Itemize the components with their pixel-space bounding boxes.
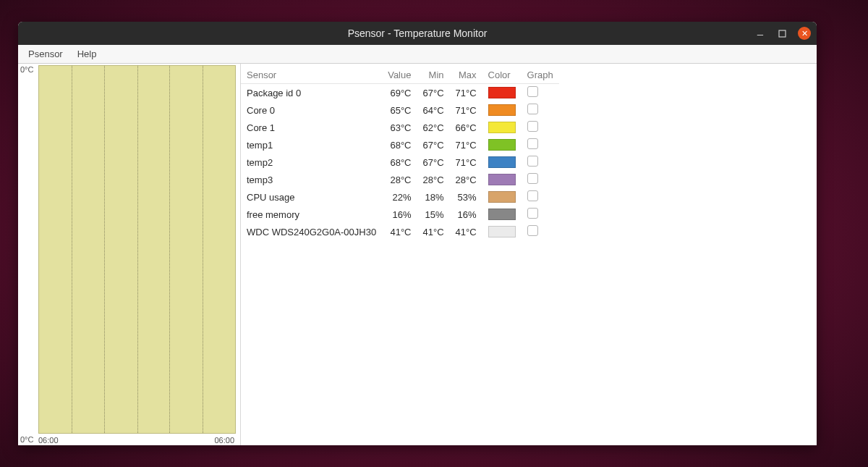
window-controls: – ✕ [754,22,811,45]
sensor-name: free memory [241,206,382,223]
checkbox-icon[interactable] [527,225,538,236]
table-row[interactable]: Core 163°C62°C66°C [241,119,559,136]
sensor-name: temp1 [241,136,382,153]
sensor-max: 53% [450,188,482,206]
sensor-value: 22% [382,188,417,206]
sensor-name: Core 0 [241,101,382,119]
sensor-graph-toggle[interactable] [522,84,559,102]
table-row[interactable]: WDC WDS240G2G0A-00JH3041°C41°C41°C [241,223,559,240]
sensor-color[interactable] [482,206,522,223]
sensor-min: 62°C [417,119,449,136]
sensor-graph-toggle[interactable] [522,119,559,136]
svg-rect-0 [779,30,786,37]
sensor-graph-toggle[interactable] [522,223,559,240]
checkbox-icon[interactable] [527,156,538,167]
sensor-graph-toggle[interactable] [522,153,559,171]
table-row[interactable]: Package id 069°C67°C71°C [241,84,559,102]
sensor-color[interactable] [482,188,522,206]
sensor-color[interactable] [482,223,522,240]
sensor-name: Core 1 [241,119,382,136]
sensor-color[interactable] [482,171,522,188]
table-row[interactable]: CPU usage22%18%53% [241,188,559,206]
x-axis-left-label: 06:00 [38,436,59,445]
checkbox-icon[interactable] [527,208,538,219]
sensor-value: 28°C [382,171,417,188]
sensor-table: Sensor Value Min Max Color Graph Package… [241,67,559,240]
y-axis-top-label: 0°C [20,65,33,74]
x-axis-right-label: 06:00 [214,436,234,445]
content-area: 0°C 0°C 06:00 06:00 Sensor Value Min [18,64,817,445]
table-row[interactable]: temp268°C67°C71°C [241,153,559,171]
y-axis-bottom-label: 0°C [20,435,33,444]
sensor-max: 71°C [450,84,482,102]
minimize-button[interactable]: – [754,28,766,39]
sensor-table-panel: Sensor Value Min Max Color Graph Package… [241,64,817,445]
checkbox-icon[interactable] [527,138,538,149]
sensor-max: 71°C [450,136,482,153]
sensor-max: 16% [450,206,482,223]
sensor-value: 65°C [382,101,417,119]
sensor-color[interactable] [482,119,522,136]
sensor-color[interactable] [482,153,522,171]
menu-help[interactable]: Help [70,46,104,62]
col-value[interactable]: Value [382,67,417,84]
sensor-min: 28°C [417,171,449,188]
sensor-max: 66°C [450,119,482,136]
sensor-graph-toggle[interactable] [522,188,559,206]
sensor-min: 15% [417,206,449,223]
sensor-value: 68°C [382,136,417,153]
sensor-color[interactable] [482,84,522,102]
titlebar[interactable]: Psensor - Temperature Monitor – ✕ [18,22,817,45]
table-row[interactable]: Core 065°C64°C71°C [241,101,559,119]
checkbox-icon[interactable] [527,104,538,114]
menubar: Psensor Help [18,45,817,64]
sensor-graph-toggle[interactable] [522,171,559,188]
window-title: Psensor - Temperature Monitor [348,28,488,39]
col-graph[interactable]: Graph [522,67,559,84]
sensor-color[interactable] [482,136,522,153]
checkbox-icon[interactable] [527,190,538,201]
app-window: Psensor - Temperature Monitor – ✕ Psenso… [18,22,817,445]
col-min[interactable]: Min [417,67,449,84]
checkbox-icon[interactable] [527,173,538,184]
sensor-min: 67°C [417,84,449,102]
table-row[interactable]: temp328°C28°C28°C [241,171,559,188]
sensor-value: 68°C [382,153,417,171]
sensor-name: WDC WDS240G2G0A-00JH30 [241,223,382,240]
sensor-color[interactable] [482,101,522,119]
graph-canvas[interactable] [38,65,236,434]
maximize-button[interactable] [776,28,788,39]
table-row[interactable]: free memory16%15%16% [241,206,559,223]
menu-psensor[interactable]: Psensor [21,46,70,62]
sensor-name: CPU usage [241,188,382,206]
sensor-value: 63°C [382,119,417,136]
sensor-graph-toggle[interactable] [522,206,559,223]
sensor-name: temp2 [241,153,382,171]
col-max[interactable]: Max [450,67,482,84]
sensor-min: 67°C [417,153,449,171]
checkbox-icon[interactable] [527,121,538,132]
graph-panel: 0°C 0°C 06:00 06:00 [18,64,241,445]
sensor-max: 28°C [450,171,482,188]
sensor-max: 71°C [450,101,482,119]
sensor-name: Package id 0 [241,84,382,102]
sensor-max: 71°C [450,153,482,171]
sensor-min: 67°C [417,136,449,153]
sensor-graph-toggle[interactable] [522,101,559,119]
sensor-value: 69°C [382,84,417,102]
close-button[interactable]: ✕ [798,27,811,40]
table-row[interactable]: temp168°C67°C71°C [241,136,559,153]
sensor-value: 41°C [382,223,417,240]
sensor-min: 41°C [417,223,449,240]
sensor-min: 64°C [417,101,449,119]
sensor-value: 16% [382,206,417,223]
sensor-name: temp3 [241,171,382,188]
col-sensor[interactable]: Sensor [241,67,382,84]
sensor-min: 18% [417,188,449,206]
sensor-graph-toggle[interactable] [522,136,559,153]
col-color[interactable]: Color [482,67,522,84]
sensor-max: 41°C [450,223,482,240]
checkbox-icon[interactable] [527,86,538,97]
